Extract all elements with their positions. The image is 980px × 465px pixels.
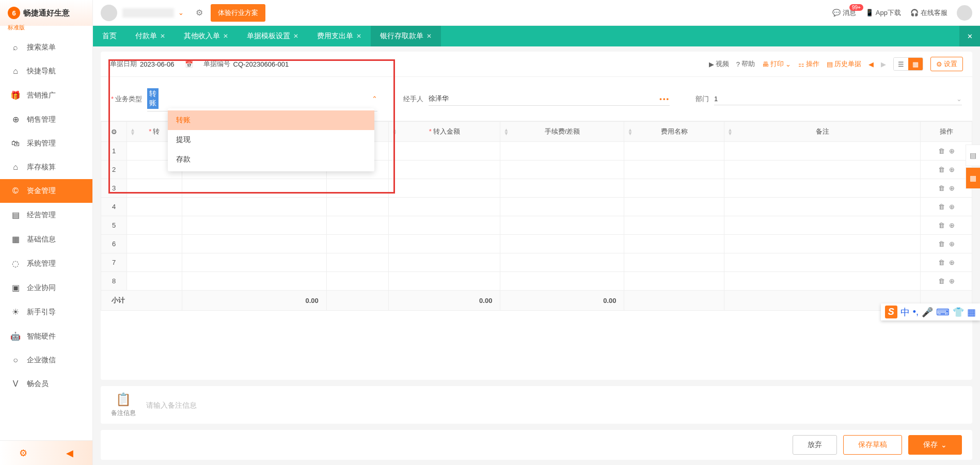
add-row-icon[interactable]: ⊕: [949, 147, 955, 155]
add-row-icon[interactable]: ⊕: [949, 203, 955, 211]
ime-keyboard-icon[interactable]: ⌨: [936, 307, 950, 318]
close-icon[interactable]: ✕: [356, 33, 361, 40]
sidebar-item-7[interactable]: ▤经营管理: [0, 203, 92, 227]
tray-item-2[interactable]: ▦: [966, 167, 980, 189]
delete-icon[interactable]: 🗑: [938, 184, 945, 192]
sidebar-item-4[interactable]: 🛍采购管理: [0, 132, 92, 155]
close-icon[interactable]: ✕: [160, 33, 165, 40]
sidebar-item-12[interactable]: 🤖智能硬件: [0, 324, 92, 348]
delete-icon[interactable]: 🗑: [938, 259, 945, 266]
more-icon[interactable]: •••: [659, 95, 670, 103]
avatar[interactable]: [101, 5, 117, 21]
col-remark2[interactable]: ▲▼备注: [724, 122, 921, 142]
close-icon[interactable]: ✕: [426, 33, 432, 40]
tab-2[interactable]: 其他收入单✕: [175, 26, 238, 46]
sidebar-item-3[interactable]: ⊕销售管理: [0, 107, 92, 132]
dropdown-option-0[interactable]: 转账: [168, 110, 374, 130]
calendar-icon[interactable]: 📅: [185, 60, 193, 68]
save-draft-button[interactable]: 保存草稿: [843, 435, 902, 455]
sidebar-item-6[interactable]: ©资金管理: [0, 179, 92, 203]
ime-menu-icon[interactable]: ▦: [967, 307, 976, 318]
messages-button[interactable]: 💬 消息 99+: [832, 8, 856, 18]
ime-punct-icon[interactable]: •,: [913, 307, 919, 317]
app-download-button[interactable]: 📱 App下载: [865, 8, 901, 18]
delete-icon[interactable]: 🗑: [938, 203, 945, 211]
list-view-icon[interactable]: ☰: [894, 58, 908, 70]
biz-type-input-wrap[interactable]: 转账 ⌃: [147, 86, 377, 111]
discard-button[interactable]: 放弃: [793, 435, 837, 455]
chevron-down-icon[interactable]: ⌄: [956, 95, 962, 103]
sidebar-item-10[interactable]: ▣企业协同: [0, 276, 92, 300]
sidebar-item-9[interactable]: ◌系统管理: [0, 251, 92, 276]
handler-input-wrap[interactable]: 徐泽华 •••: [429, 92, 670, 106]
add-row-icon[interactable]: ⊕: [949, 277, 955, 285]
table-row[interactable]: 5🗑⊕: [101, 216, 972, 235]
dropdown-option-1[interactable]: 提现: [168, 130, 374, 150]
table-row[interactable]: 8🗑⊕: [101, 272, 972, 291]
ime-skin-icon[interactable]: 👕: [953, 307, 964, 318]
online-service-button[interactable]: 🎧 在线客服: [910, 8, 947, 18]
col-transfer-in-amount[interactable]: ▲▼*转入金额: [389, 122, 500, 142]
prev-doc-icon[interactable]: ◀: [868, 60, 874, 68]
sidebar-item-0[interactable]: ⌕搜索菜单: [0, 36, 92, 59]
sidebar-item-8[interactable]: ▦基础信息: [0, 227, 92, 251]
col-fee-name[interactable]: ▲▼费用名称: [624, 122, 724, 142]
dept-input-wrap[interactable]: 1 ⌄: [714, 93, 962, 105]
print-button[interactable]: 🖶 打印 ⌄: [762, 59, 791, 69]
remark-input[interactable]: [146, 401, 962, 409]
tab-5[interactable]: 银行存取款单✕: [371, 26, 441, 46]
settings-button[interactable]: ⚙ 设置: [930, 57, 963, 71]
tab-0[interactable]: 首页: [93, 26, 126, 46]
save-button[interactable]: 保存 ⌄: [908, 435, 962, 455]
chevron-up-icon[interactable]: ⌃: [372, 95, 377, 103]
date-value[interactable]: 2023-06-06: [140, 60, 175, 68]
biz-type-value[interactable]: 转账: [147, 88, 159, 109]
user-block[interactable]: ⌄: [122, 8, 188, 18]
sidebar-item-2[interactable]: 🎁营销推广: [0, 83, 92, 107]
tray-item-1[interactable]: ▤: [966, 145, 980, 166]
operate-button[interactable]: ⚏ 操作: [798, 59, 819, 69]
help-link[interactable]: ? 帮助: [736, 59, 755, 69]
tab-4[interactable]: 费用支出单✕: [308, 26, 371, 46]
col-settings-icon[interactable]: ⚙: [101, 122, 127, 142]
sidebar-item-13[interactable]: ○企业微信: [0, 348, 92, 372]
table-row[interactable]: 3🗑⊕: [101, 179, 972, 198]
add-row-icon[interactable]: ⊕: [949, 221, 955, 229]
close-icon[interactable]: ✕: [293, 33, 298, 40]
avatar-right[interactable]: [957, 5, 972, 21]
grid-view-icon[interactable]: ▦: [908, 58, 923, 70]
delete-icon[interactable]: 🗑: [938, 147, 945, 155]
delete-icon[interactable]: 🗑: [938, 277, 945, 285]
ime-logo-icon[interactable]: S: [885, 306, 897, 318]
settings-icon[interactable]: ⚙: [14, 445, 33, 461]
ime-lang[interactable]: 中: [900, 306, 910, 318]
sidebar-item-5[interactable]: ⌂库存核算: [0, 155, 92, 179]
close-icon[interactable]: ✕: [223, 33, 228, 40]
sidebar-item-11[interactable]: ☀新手引导: [0, 300, 92, 324]
dropdown-option-2[interactable]: 存款: [168, 150, 374, 169]
add-row-icon[interactable]: ⊕: [949, 184, 955, 192]
next-doc-icon[interactable]: ▶: [881, 60, 886, 68]
experience-button[interactable]: 体验行业方案: [211, 4, 265, 22]
sidebar-item-14[interactable]: V畅会员: [0, 372, 92, 396]
table-row[interactable]: 6🗑⊕: [101, 235, 972, 253]
collapse-icon[interactable]: ◀: [61, 445, 78, 461]
col-fee-diff[interactable]: ▲▼手续费/差额: [500, 122, 624, 142]
tab-3[interactable]: 单据模板设置✕: [238, 26, 308, 46]
table-row[interactable]: 7🗑⊕: [101, 253, 972, 272]
ime-mic-icon[interactable]: 🎤: [922, 307, 933, 318]
delete-icon[interactable]: 🗑: [938, 240, 945, 248]
sidebar-item-1[interactable]: ⌂快捷导航: [0, 59, 92, 83]
add-row-icon[interactable]: ⊕: [949, 166, 955, 173]
delete-icon[interactable]: 🗑: [938, 221, 945, 229]
history-button[interactable]: ▤ 历史单据: [827, 59, 861, 69]
video-link[interactable]: ▶ 视频: [709, 59, 729, 69]
add-row-icon[interactable]: ⊕: [949, 259, 955, 266]
gear-icon[interactable]: ⚙: [196, 8, 203, 18]
delete-icon[interactable]: 🗑: [938, 166, 945, 173]
table-row[interactable]: 4🗑⊕: [101, 198, 972, 216]
close-all-tabs[interactable]: ✕: [959, 26, 980, 46]
add-row-icon[interactable]: ⊕: [949, 240, 955, 248]
tab-1[interactable]: 付款单✕: [126, 26, 175, 46]
chevron-down-icon[interactable]: ⌄: [178, 9, 184, 17]
